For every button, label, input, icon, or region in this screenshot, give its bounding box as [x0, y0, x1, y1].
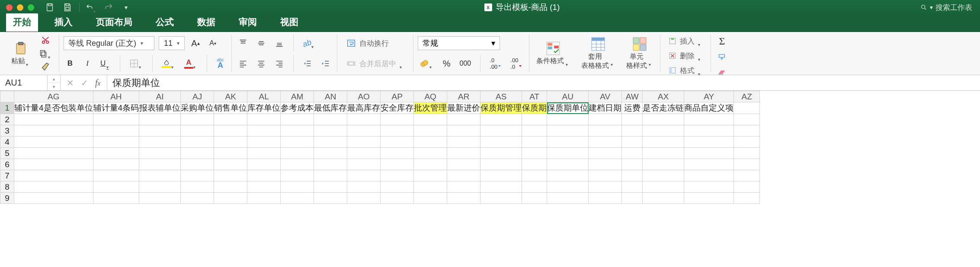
cell-AN4[interactable]	[314, 137, 347, 148]
increase-decimal-button[interactable]: .0.00	[487, 57, 504, 70]
cell-AM3[interactable]	[281, 125, 314, 137]
cell-AP1[interactable]: 安全库存	[381, 102, 414, 114]
cell-AT6[interactable]	[522, 159, 547, 170]
fill-button[interactable]	[715, 50, 728, 63]
cell-AQ7[interactable]	[414, 170, 447, 181]
row-header-2[interactable]: 2	[0, 114, 14, 125]
cell-AR2[interactable]	[447, 114, 480, 125]
decrease-decimal-button[interactable]: .00.0	[508, 57, 525, 70]
cell-AW6[interactable]	[622, 159, 643, 170]
cell-AP9[interactable]	[381, 193, 414, 204]
merge-center-button[interactable]: 合并后居中	[342, 57, 409, 70]
cell-AN3[interactable]	[314, 125, 347, 137]
align-right-button[interactable]	[272, 57, 286, 70]
tab-layout[interactable]: 页面布局	[89, 13, 139, 32]
underline-button[interactable]: U	[98, 57, 113, 70]
cell-AP8[interactable]	[381, 181, 414, 193]
cell-AY3[interactable]	[684, 125, 734, 137]
customize-qat-icon[interactable]: ▾	[120, 2, 131, 13]
cell-AS3[interactable]	[480, 125, 522, 137]
row-header-3[interactable]: 3	[0, 125, 14, 137]
phonetic-button[interactable]: abcA	[214, 57, 227, 70]
cell-AL2[interactable]	[247, 114, 281, 125]
tab-insert[interactable]: 插入	[48, 13, 80, 32]
cell-AV6[interactable]	[589, 159, 622, 170]
percent-button[interactable]: %	[440, 57, 453, 70]
cell-AG7[interactable]	[14, 170, 93, 181]
cell-AW7[interactable]	[622, 170, 643, 181]
cell-AQ2[interactable]	[414, 114, 447, 125]
cell-AV1[interactable]: 建档日期	[589, 102, 622, 114]
cell-AU2[interactable]	[547, 114, 589, 125]
cell-AK4[interactable]	[214, 137, 247, 148]
cell-AZ9[interactable]	[734, 193, 760, 204]
cell-AI4[interactable]	[139, 137, 181, 148]
cell-AY2[interactable]	[684, 114, 734, 125]
cell-AT7[interactable]	[522, 170, 547, 181]
undo-button[interactable]	[86, 2, 97, 13]
cell-AQ9[interactable]	[414, 193, 447, 204]
cell-AU6[interactable]	[547, 159, 589, 170]
cell-AH3[interactable]	[93, 125, 139, 137]
cell-AK9[interactable]	[214, 193, 247, 204]
wrap-text-button[interactable]: 自动换行	[342, 37, 394, 50]
row-header-4[interactable]: 4	[0, 137, 14, 148]
row-header-8[interactable]: 8	[0, 181, 14, 193]
column-header-AP[interactable]: AP	[381, 91, 414, 102]
save-icon[interactable]	[62, 2, 73, 13]
cell-AL5[interactable]	[247, 148, 281, 159]
cell-AH7[interactable]	[93, 170, 139, 181]
cell-AO6[interactable]	[347, 159, 381, 170]
cell-AZ7[interactable]	[734, 170, 760, 181]
font-color-button[interactable]: A	[182, 57, 199, 70]
cell-AI1[interactable]: 报表辅单位	[139, 102, 181, 114]
column-header-AM[interactable]: AM	[281, 91, 314, 102]
cell-AS6[interactable]	[480, 159, 522, 170]
align-middle-button[interactable]	[254, 37, 268, 50]
cell-AX1[interactable]: 是否走冻链	[643, 102, 684, 114]
cell-AH5[interactable]	[93, 148, 139, 159]
name-box-spinner[interactable]: ▴▾	[48, 75, 61, 90]
column-header-AQ[interactable]: AQ	[414, 91, 447, 102]
column-header-AO[interactable]: AO	[347, 91, 381, 102]
cell-AP4[interactable]	[381, 137, 414, 148]
column-header-AN[interactable]: AN	[314, 91, 347, 102]
cell-AQ5[interactable]	[414, 148, 447, 159]
cell-AR9[interactable]	[447, 193, 480, 204]
align-center-button[interactable]	[254, 57, 268, 70]
cell-AJ6[interactable]	[181, 159, 214, 170]
select-all-corner[interactable]	[0, 91, 14, 102]
cell-AT3[interactable]	[522, 125, 547, 137]
cell-AU9[interactable]	[547, 193, 589, 204]
cell-AN7[interactable]	[314, 170, 347, 181]
cell-AM6[interactable]	[281, 159, 314, 170]
cell-AW8[interactable]	[622, 181, 643, 193]
cell-AU5[interactable]	[547, 148, 589, 159]
cell-AP7[interactable]	[381, 170, 414, 181]
cell-AT2[interactable]	[522, 114, 547, 125]
column-header-AR[interactable]: AR	[447, 91, 480, 102]
cell-AR4[interactable]	[447, 137, 480, 148]
cell-AT5[interactable]	[522, 148, 547, 159]
tab-home[interactable]: 开始	[6, 13, 38, 32]
increase-font-button[interactable]: A▴	[189, 37, 202, 50]
cell-AO2[interactable]	[347, 114, 381, 125]
cell-AX5[interactable]	[643, 148, 684, 159]
cell-AH6[interactable]	[93, 159, 139, 170]
cell-AX6[interactable]	[643, 159, 684, 170]
cell-AG2[interactable]	[14, 114, 93, 125]
cell-AK5[interactable]	[214, 148, 247, 159]
cell-AV4[interactable]	[589, 137, 622, 148]
cell-AQ1[interactable]: 批次管理	[414, 102, 447, 114]
cell-AN9[interactable]	[314, 193, 347, 204]
cell-AG3[interactable]	[14, 125, 93, 137]
cell-AU3[interactable]	[547, 125, 589, 137]
tab-view[interactable]: 视图	[273, 13, 305, 32]
cell-AQ6[interactable]	[414, 159, 447, 170]
cell-AY5[interactable]	[684, 148, 734, 159]
cell-AL4[interactable]	[247, 137, 281, 148]
align-top-button[interactable]	[236, 37, 250, 50]
cancel-formula-button[interactable]: ✕	[67, 78, 74, 88]
cell-styles-button[interactable]: 单元 格样式	[624, 37, 656, 70]
column-header-AV[interactable]: AV	[589, 91, 622, 102]
